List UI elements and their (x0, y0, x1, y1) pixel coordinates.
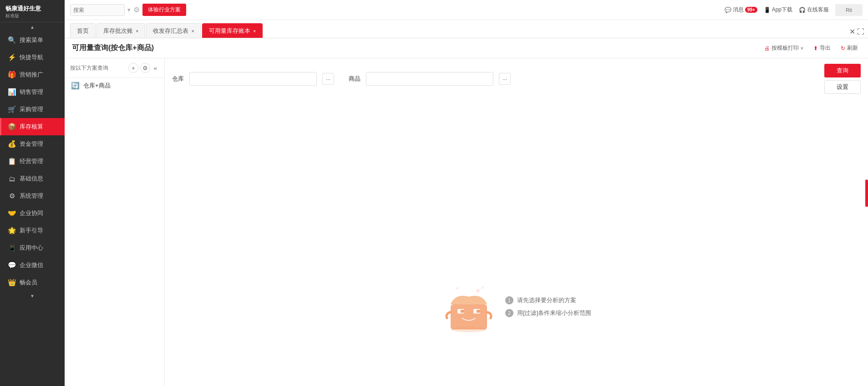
member-icon: 👑 (8, 278, 16, 287)
tab-batch-ledger[interactable]: 库存批次账 × (96, 23, 145, 38)
phone-icon: 📱 (764, 7, 771, 13)
sidebar-item-label-quick-nav: 快捷导航 (20, 53, 43, 62)
industry-btn[interactable]: 体验行业方案 (142, 4, 186, 16)
tab-fullscreen-btn[interactable]: ⛶ (857, 28, 864, 36)
sidebar: 畅康通好生意 标准版 ▲ 🔍 搜索菜单 ⚡ 快捷导航 🎁 营销推广 📊 销售管理… (0, 0, 65, 386)
svg-point-7 (481, 286, 484, 289)
tab-batch-ledger-close[interactable]: × (136, 28, 138, 34)
right-scroll-indicator (865, 180, 868, 207)
sidebar-item-label-member: 畅会员 (20, 278, 37, 287)
svg-rect-4 (461, 310, 464, 313)
search-icon: 🔍 (8, 36, 16, 44)
settings-scheme-btn[interactable]: ⚙ (140, 63, 150, 73)
sidebar-item-label-purchase: 采购管理 (20, 105, 43, 113)
search-input[interactable] (70, 4, 125, 16)
tab-available-ledger-close[interactable]: × (253, 28, 256, 34)
print-btn[interactable]: 🖨 按模板打印 ▾ (761, 43, 806, 53)
tab-deposit-summary[interactable]: 收发存汇总表 × (146, 23, 201, 38)
refresh-label: 刷新 (847, 44, 858, 52)
query-panel-btns: + ⚙ « (128, 63, 159, 73)
tab-available-ledger[interactable]: 可用量库存账本 × (202, 23, 263, 38)
query-panel: 按以下方案查询 + ⚙ « 🔄 仓库+商品 (65, 58, 165, 386)
svg-rect-1 (451, 304, 487, 329)
topbar-dropdown-icon[interactable]: ▾ (127, 6, 131, 13)
scheme-item[interactable]: 🔄 仓库+商品 (65, 78, 164, 93)
add-scheme-btn[interactable]: + (128, 63, 138, 73)
svg-point-8 (456, 287, 459, 290)
sidebar-scroll-up[interactable]: ▲ (0, 22, 65, 31)
sidebar-item-operation[interactable]: 📋 经营管理 (0, 153, 65, 170)
sidebar-logo: 畅康通好生意 标准版 (0, 0, 65, 22)
sidebar-item-marketing[interactable]: 🎁 营销推广 (0, 66, 65, 83)
message-badge: 99+ (745, 7, 757, 13)
goods-more-btn[interactable]: ··· (499, 73, 511, 85)
sidebar-item-basic[interactable]: 🗂 基础信息 (0, 170, 65, 187)
tip-text-2: 用[过滤]条件来缩小分析范围 (517, 309, 591, 317)
sidebar-item-newbie[interactable]: 🌟 新手引导 (0, 222, 65, 239)
sidebar-item-app-center[interactable]: 📱 应用中心 (0, 239, 65, 257)
enterprise-icon: 🤝 (8, 209, 16, 217)
print-dropdown-icon[interactable]: ▾ (801, 45, 803, 51)
sidebar-item-search[interactable]: 🔍 搜索菜单 (0, 31, 65, 49)
tab-deposit-summary-close[interactable]: × (191, 28, 194, 34)
online-service-btn[interactable]: 🎧 在线客服 (799, 6, 829, 14)
sidebar-item-inventory[interactable]: 📦 库存核算 (0, 118, 65, 135)
headset-icon: 🎧 (799, 7, 806, 13)
tabs-bar: 首页 库存批次账 × 收发存汇总表 × 可用量库存账本 × ✕ ⛶ (65, 20, 868, 38)
sidebar-item-label-inventory: 库存核算 (20, 123, 43, 131)
sidebar-item-label-marketing: 营销推广 (20, 71, 43, 79)
basic-icon: 🗂 (8, 175, 16, 183)
sidebar-item-label-app-center: 应用中心 (20, 244, 43, 252)
sidebar-item-label-newbie: 新手引导 (20, 226, 43, 235)
sidebar-item-enterprise[interactable]: 🤝 企业协同 (0, 205, 65, 222)
content-area: 按以下方案查询 + ⚙ « 🔄 仓库+商品 仓库 ··· 商品 (65, 58, 868, 386)
export-btn[interactable]: ⬆ 导出 (811, 43, 833, 53)
sidebar-item-label-sales: 销售管理 (20, 88, 43, 96)
sidebar-item-wechat[interactable]: 💬 企业微信 (0, 257, 65, 274)
collapse-panel-btn[interactable]: « (152, 64, 159, 72)
scheme-label: 仓库+商品 (83, 82, 111, 90)
warehouse-more-btn[interactable]: ··· (322, 73, 334, 85)
app-download-btn[interactable]: 📱 App下载 (764, 6, 792, 14)
svg-rect-5 (477, 310, 480, 313)
refresh-btn[interactable]: ↻ 刷新 (838, 43, 861, 53)
tab-home[interactable]: 首页 (70, 23, 96, 38)
sidebar-item-finance[interactable]: 💰 资金管理 (0, 135, 65, 153)
sidebar-item-quick-nav[interactable]: ⚡ 快捷导航 (0, 49, 65, 66)
system-icon: ⚙ (8, 192, 16, 200)
topbar-settings-icon[interactable]: ⚙ (133, 5, 140, 14)
app-name: 畅康通好生意 (5, 5, 59, 13)
empty-illustration (442, 279, 496, 334)
sidebar-scroll-down[interactable]: ▼ (0, 291, 65, 300)
filter-settings-btn[interactable]: 设置 (824, 80, 861, 94)
user-avatar[interactable]: Rit (835, 4, 863, 16)
goods-input[interactable] (366, 72, 493, 86)
newbie-icon: 🌟 (8, 226, 16, 235)
print-icon: 🖨 (764, 45, 770, 51)
topbar: ▾ ⚙ 体验行业方案 💬 消息 99+ 📱 App下载 🎧 在线客服 Rit (65, 0, 868, 20)
app-subtitle: 标准版 (5, 13, 59, 19)
empty-tips: 1 请先选择要分析的方案 2 用[过滤]条件来缩小分析范围 (505, 296, 591, 317)
quick-nav-icon: ⚡ (8, 53, 16, 62)
tab-close-btn[interactable]: ✕ (849, 27, 855, 36)
message-label: 消息 (733, 6, 744, 14)
sidebar-item-label-basic: 基础信息 (20, 175, 43, 183)
svg-point-6 (476, 289, 480, 293)
tabs-actions: ✕ ⛶ (849, 27, 868, 38)
tab-deposit-summary-label: 收发存汇总表 (153, 27, 188, 35)
app-center-icon: 📱 (8, 244, 16, 252)
query-btn[interactable]: 查询 (824, 64, 861, 77)
message-btn[interactable]: 💬 消息 99+ (725, 6, 757, 14)
sidebar-item-label-system: 系统管理 (20, 192, 43, 200)
sidebar-item-purchase[interactable]: 🛒 采购管理 (0, 101, 65, 118)
sidebar-item-member[interactable]: 👑 畅会员 (0, 274, 65, 291)
tip-num-2: 2 (505, 309, 513, 317)
refresh-icon: ↻ (841, 45, 845, 51)
sidebar-item-system[interactable]: ⚙ 系统管理 (0, 187, 65, 205)
topbar-right: 💬 消息 99+ 📱 App下载 🎧 在线客服 Rit (725, 4, 863, 16)
empty-content: 1 请先选择要分析的方案 2 用[过滤]条件来缩小分析范围 (442, 279, 591, 334)
warehouse-input[interactable] (189, 72, 317, 86)
sidebar-item-sales[interactable]: 📊 销售管理 (0, 83, 65, 101)
tip-num-1: 1 (505, 296, 513, 304)
tab-available-ledger-label: 可用量库存账本 (209, 27, 250, 35)
